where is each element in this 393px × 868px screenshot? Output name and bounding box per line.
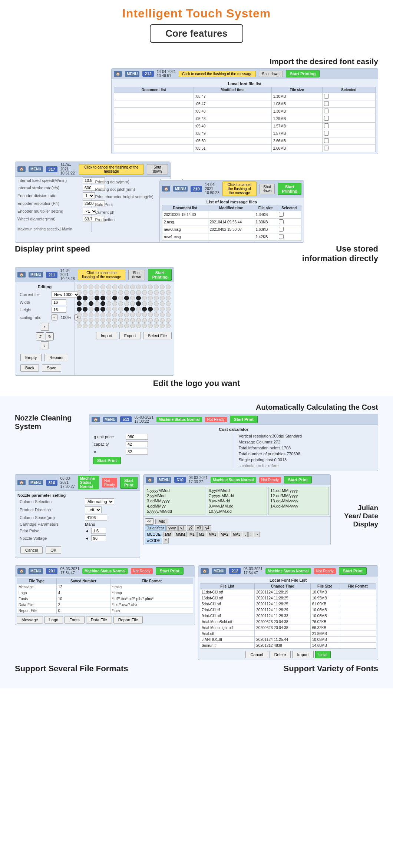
btn-ft-data[interactable]: Data File bbox=[86, 616, 112, 623]
btn-ft-fonts[interactable]: Fonts bbox=[65, 616, 85, 623]
btn-y1[interactable]: y1 bbox=[178, 525, 186, 531]
ft-row-3: Fonts10*.ttf/*.ttc/*.otf/*.pfb/*.pfm/* bbox=[17, 596, 193, 602]
height-input[interactable] bbox=[52, 307, 66, 313]
btn-ok-nozzle[interactable]: OK bbox=[46, 546, 61, 554]
font-check-5[interactable] bbox=[324, 123, 329, 128]
btn-fonts-import[interactable]: Import bbox=[292, 651, 313, 658]
btn-start-msg[interactable]: Start Printing bbox=[278, 183, 301, 195]
width-input[interactable] bbox=[52, 299, 66, 305]
btn-ma1[interactable]: MA1 bbox=[207, 532, 218, 537]
btn-cancel-msg[interactable]: Click to cancel the flashing of the mess… bbox=[222, 182, 257, 196]
btn-fonts-cancel[interactable]: Cancel bbox=[245, 651, 268, 658]
btn-save[interactable]: Save bbox=[42, 364, 61, 372]
status-cost: Machine Status Normal bbox=[156, 417, 202, 422]
btn-dot[interactable]: . bbox=[243, 532, 248, 537]
msg-check-2[interactable] bbox=[279, 219, 284, 224]
btn-ma3[interactable]: MA3 bbox=[231, 532, 242, 537]
font-row-3: :05:481.30MB bbox=[114, 108, 376, 115]
font-check-1[interactable] bbox=[324, 94, 329, 99]
btn-back[interactable]: Back bbox=[20, 364, 39, 372]
btn-mm[interactable]: MM bbox=[163, 532, 173, 537]
btn-tilde[interactable]: ~ bbox=[254, 532, 260, 537]
btn-y4[interactable]: y4 bbox=[204, 525, 211, 531]
btn-m2[interactable]: M2 bbox=[197, 532, 206, 537]
btn-import-edit[interactable]: Import bbox=[96, 332, 117, 339]
ink-price-input[interactable] bbox=[126, 434, 148, 440]
btn-mcode[interactable]: MCODE bbox=[145, 532, 162, 537]
btn-shutdown-edit[interactable]: Shut down bbox=[128, 270, 145, 280]
capacity-input[interactable] bbox=[126, 441, 148, 447]
btn-yyyy[interactable]: yyyy bbox=[166, 525, 178, 531]
btn-start-cost2[interactable]: Start Print bbox=[93, 457, 121, 464]
colspace-nozzle-input[interactable] bbox=[85, 515, 107, 521]
menu-num-cost: 513 bbox=[120, 416, 131, 422]
panel-font-import: 🏠 MENU 212 14-04-202110:49:51 Click to c… bbox=[111, 68, 378, 154]
btn-fonts-install[interactable]: Instal bbox=[315, 651, 331, 658]
btn-start-cost[interactable]: Start Print bbox=[230, 416, 258, 423]
btn-start-cal[interactable]: Start Print bbox=[284, 476, 312, 483]
fonts-row-2: 16dot-CIJ.otf20201124 11:28:2516.95MB bbox=[200, 595, 376, 601]
font-check-8[interactable] bbox=[324, 146, 329, 150]
btn-select-file-edit[interactable]: Select File bbox=[143, 332, 172, 339]
ctrl-btn-1[interactable]: ↑ bbox=[41, 323, 49, 331]
font-row-5: :05:491.57MB bbox=[114, 123, 376, 130]
datetime-ft: 06-03-202117:34:47 bbox=[60, 567, 79, 575]
btn-shutdown-font[interactable]: Shut down bbox=[259, 71, 283, 77]
btn-shutdown-speed[interactable]: Shut down bbox=[147, 164, 168, 174]
btn-colon[interactable]: : bbox=[248, 532, 253, 537]
msg-check-3[interactable] bbox=[279, 227, 284, 232]
btn-add-cal[interactable]: Add bbox=[155, 519, 169, 524]
scale-minus[interactable]: − bbox=[52, 314, 57, 320]
ctrl-btn-2[interactable]: ↺ bbox=[36, 332, 44, 340]
menu-label-cal: MENU bbox=[157, 477, 171, 483]
btn-m1[interactable]: M1 bbox=[188, 532, 196, 537]
font-check-7[interactable] bbox=[324, 138, 329, 143]
font-check-3[interactable] bbox=[324, 109, 329, 113]
btn-y3[interactable]: y3 bbox=[195, 525, 203, 531]
btn-ft-report[interactable]: Report File bbox=[113, 616, 143, 623]
btn-ma2[interactable]: MA2 bbox=[219, 532, 230, 537]
btn-start-font[interactable]: Start Printing bbox=[286, 70, 320, 77]
voltage-nozzle-input[interactable] bbox=[91, 535, 106, 541]
menu-icon-fonts: 🏠 bbox=[201, 568, 209, 574]
font-check-6[interactable] bbox=[324, 131, 329, 136]
font-row-4: :05:481.29MB bbox=[114, 115, 376, 123]
btn-start-nozzle[interactable]: Start Print bbox=[120, 477, 138, 489]
col-sel-msg: Selected bbox=[277, 205, 301, 211]
btn-cancel-font[interactable]: Click to cancel the flashing of the mess… bbox=[179, 71, 256, 77]
col-sel-nozzle-select[interactable]: Alternating bbox=[85, 498, 114, 505]
label-nozzle: Nozzle Cleaning System bbox=[15, 414, 89, 431]
ft-row-1: Message12*.msg bbox=[17, 584, 193, 590]
btn-wcode[interactable]: wCODE bbox=[145, 538, 162, 543]
dir-nozzle-select[interactable]: Left bbox=[85, 506, 102, 513]
btn-arrows-cal[interactable]: << bbox=[145, 518, 154, 525]
btn-cancel-edit[interactable]: Click to cancel the flashing of the mess… bbox=[78, 270, 125, 280]
btn-cancel-speed[interactable]: Click to cancel the flashing of the mess… bbox=[79, 164, 144, 174]
msg-check-1[interactable] bbox=[279, 212, 284, 217]
btn-ft-msg[interactable]: Message bbox=[17, 616, 43, 623]
third-input[interactable] bbox=[126, 449, 148, 455]
font-check-4[interactable] bbox=[324, 116, 329, 121]
height-label: Height bbox=[20, 307, 49, 312]
btn-hash[interactable]: # bbox=[163, 538, 169, 543]
btn-start-fonts[interactable]: Start Print bbox=[339, 567, 367, 575]
msg-row-1: 20210329 19:14:301.34KB bbox=[162, 211, 301, 219]
font-check-2[interactable] bbox=[324, 101, 329, 106]
msg-check-4[interactable] bbox=[279, 234, 284, 239]
btn-fonts-delete[interactable]: Delete bbox=[270, 651, 291, 658]
btn-shutdown-msg[interactable]: Shut down bbox=[260, 184, 275, 194]
btn-start-edit[interactable]: Start Printing bbox=[148, 269, 172, 281]
btn-julian[interactable]: JulianYear bbox=[145, 525, 166, 531]
btn-repaint[interactable]: Repaint bbox=[44, 354, 68, 361]
btn-start-ft[interactable]: Start Print bbox=[156, 567, 184, 575]
btn-y2[interactable]: y2 bbox=[187, 525, 195, 531]
btn-ft-logo[interactable]: Logo bbox=[44, 616, 63, 623]
ctrl-btn-4[interactable]: ↓ bbox=[41, 341, 49, 349]
btn-export-edit[interactable]: Export bbox=[119, 332, 141, 339]
btn-mmm[interactable]: MMM bbox=[174, 532, 187, 537]
btn-cancel-nozzle[interactable]: Cancel bbox=[20, 546, 43, 554]
btn-empty[interactable]: Empty bbox=[20, 354, 42, 361]
fonts-col-size: File Size bbox=[310, 583, 339, 589]
ctrl-btn-3[interactable]: ↻ bbox=[46, 332, 54, 340]
pulse-nozzle-input[interactable] bbox=[91, 528, 106, 534]
